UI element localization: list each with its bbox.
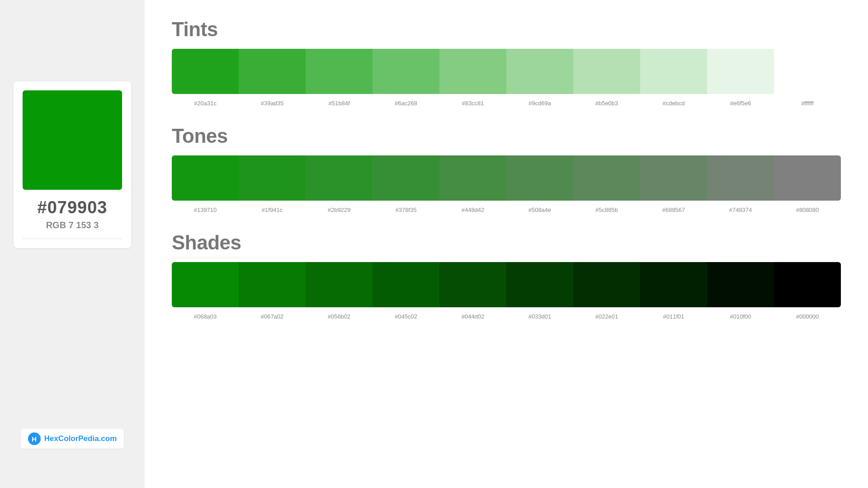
palette-swatch [306,49,373,94]
swatch-label: #378f35 [373,204,439,213]
palette-swatch [640,49,707,94]
swatch-label: #51b84f [306,98,373,107]
swatch-label: #20a31c [172,98,239,107]
swatch-label: #83cc81 [439,98,506,107]
brand-icon: H [28,432,41,445]
palette-swatch [506,155,573,201]
swatch-label: #044d02 [439,311,506,320]
palette-swatch [774,262,841,307]
swatch-label: #b5e0b3 [573,98,640,107]
swatch-label: #011f01 [640,311,707,320]
palette-swatch [373,262,439,307]
color-info-card: #079903 RGB 7 153 3 [14,81,131,248]
swatch-label: #056b02 [306,311,373,320]
swatch-label: #cdebcd [640,98,707,107]
main-color-swatch [23,90,122,190]
palette-swatch [640,262,707,307]
swatch-label: #808080 [774,204,841,213]
tones-section: Tones #139710#1f941c#2b9229#378f35#448d4… [172,125,841,213]
palette-swatch [573,155,640,201]
swatch-label: #6ac268 [373,98,439,107]
palette-swatch [506,49,573,94]
palette-swatch [707,155,774,201]
swatch-label: #ffffff [774,98,841,107]
swatch-label: #033d01 [506,311,573,320]
swatch-label: #e6f5e6 [707,98,774,107]
palette-swatch [640,155,707,201]
swatch-label: #688567 [640,204,707,213]
palette-swatch [172,155,239,201]
palette-swatch [707,49,774,94]
sidebar: #079903 RGB 7 153 3 H HexColorPedia.com [0,0,145,488]
swatch-label: #068a03 [172,311,239,320]
palette-swatch [439,155,506,201]
palette-swatch [239,262,306,307]
swatch-label: #000000 [774,311,841,320]
swatch-label: #39ad35 [239,98,306,107]
palette-swatch [172,262,239,307]
palette-swatch [573,262,640,307]
swatch-label: #508a4e [506,204,573,213]
tones-palette [172,155,841,201]
palette-swatch [306,262,373,307]
swatch-label: #748374 [707,204,774,213]
rgb-display: RGB 7 153 3 [46,220,99,230]
swatch-label: #448d42 [439,204,506,213]
palette-swatch [306,155,373,201]
main-content: Tints #20a31c#39ad35#51b84f#6ac268#83cc8… [145,0,868,488]
palette-swatch [373,49,439,94]
swatch-label: #1f941c [239,204,306,213]
tints-section: Tints #20a31c#39ad35#51b84f#6ac268#83cc8… [172,18,841,107]
palette-swatch [239,49,306,94]
shades-section: Shades #068a03#067a02#056b02#045c02#044d… [172,231,841,320]
palette-swatch [707,262,774,307]
swatch-label: #9cd69a [506,98,573,107]
hex-display: #079903 [38,198,108,217]
tints-title: Tints [172,18,841,41]
swatch-label: #022e01 [573,311,640,320]
shades-title: Shades [172,231,841,254]
swatch-label: #5c885b [573,204,640,213]
palette-swatch [774,49,841,94]
palette-swatch [439,49,506,94]
swatch-label: #139710 [172,204,239,213]
card-divider [23,239,122,239]
swatch-label: #067a02 [239,311,306,320]
shades-labels: #068a03#067a02#056b02#045c02#044d02#033d… [172,311,841,320]
swatch-label: #045c02 [373,311,439,320]
palette-swatch [573,49,640,94]
palette-swatch [172,49,239,94]
brand-footer[interactable]: H HexColorPedia.com [21,429,124,449]
palette-swatch [373,155,439,201]
shades-palette [172,262,841,307]
palette-swatch [774,155,841,201]
swatch-label: #010f00 [707,311,774,320]
palette-swatch [506,262,573,307]
tints-labels: #20a31c#39ad35#51b84f#6ac268#83cc81#9cd6… [172,98,841,107]
palette-swatch [439,262,506,307]
swatch-label: #2b9229 [306,204,373,213]
brand-name: HexColorPedia.com [44,434,117,443]
tones-title: Tones [172,125,841,147]
tints-palette [172,49,841,94]
tones-labels: #139710#1f941c#2b9229#378f35#448d42#508a… [172,204,841,213]
palette-swatch [239,155,306,201]
